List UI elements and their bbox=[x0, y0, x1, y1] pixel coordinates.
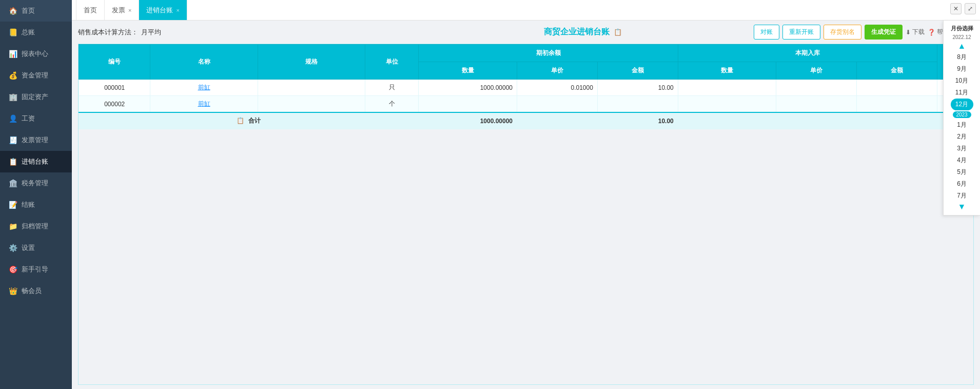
sidebar-item-guide[interactable]: 🎯 新手引导 bbox=[0, 259, 72, 280]
total-qichu-danjia bbox=[517, 112, 598, 129]
col-qichu-group: 期初余额 bbox=[419, 45, 678, 62]
tax-icon: 🏛️ bbox=[8, 179, 17, 187]
sidebar-item-tax[interactable]: 🏛️ 税务管理 bbox=[0, 172, 72, 194]
tab-jinxiao-label: 进销台账 bbox=[146, 6, 173, 15]
cell-bianhao: 000001 bbox=[79, 80, 150, 96]
window-maximize-button[interactable]: ⤢ bbox=[965, 3, 976, 14]
total-label: 📋 合计 bbox=[79, 112, 419, 129]
sidebar-item-label: 发票管理 bbox=[22, 135, 48, 145]
month-item-1[interactable]: 1月 bbox=[944, 119, 980, 131]
sidebar-item-label: 新手引导 bbox=[22, 265, 48, 274]
month-nav-down[interactable]: ▼ bbox=[958, 202, 966, 212]
total-benly-danjia bbox=[776, 112, 857, 129]
sidebar-item-fixed-assets[interactable]: 🏢 固定资产 bbox=[0, 86, 72, 108]
cell-danwei: 只 bbox=[365, 80, 419, 96]
year-badge-2023: 2023 bbox=[953, 111, 971, 118]
total-qichu-jine: 10.00 bbox=[597, 112, 678, 129]
toolbar: 销售成本计算方法： 月平均 商贸企业进销台账 📋 对账 重新开账 存货别名 生成… bbox=[78, 25, 974, 40]
sidebar-item-jinxiao[interactable]: 📋 进销台账 bbox=[0, 151, 72, 172]
sidebar-item-closing[interactable]: 📝 结账 bbox=[0, 194, 72, 216]
sidebar-item-label: 税务管理 bbox=[22, 179, 48, 188]
tab-invoice-close[interactable]: × bbox=[128, 7, 131, 13]
sidebar-item-home[interactable]: 🏠 首页 bbox=[0, 0, 72, 22]
sidebar-item-label: 结账 bbox=[22, 200, 35, 209]
sidebar-item-label: 畅会员 bbox=[22, 286, 42, 296]
main-area: 首页 发票 × 进销台账 × ✕ ⤢ 销售成本计算方法： 月平均 商贸企业进销台… bbox=[72, 0, 980, 389]
toolbar-left: 销售成本计算方法： 月平均 bbox=[78, 28, 412, 37]
tab-jinxiao-close[interactable]: × bbox=[176, 7, 179, 13]
chongxin-button[interactable]: 重新开账 bbox=[782, 25, 820, 40]
month-item-2[interactable]: 2月 bbox=[944, 131, 980, 143]
sidebar-item-invoice-mgmt[interactable]: 🧾 发票管理 bbox=[0, 129, 72, 151]
month-item-8[interactable]: 8月 bbox=[944, 51, 980, 63]
col-qichu-danjia: 单价 bbox=[517, 62, 598, 80]
sidebar-item-label: 归档管理 bbox=[22, 222, 48, 231]
cell-qichu-danjia: 0.01000 bbox=[517, 80, 598, 96]
archive-icon: 📁 bbox=[8, 222, 17, 230]
month-item-11[interactable]: 11月 bbox=[944, 87, 980, 99]
cell-qichu-jine: 10.00 bbox=[597, 80, 678, 96]
col-qichu-jine: 金额 bbox=[597, 62, 678, 80]
guide-icon: 🎯 bbox=[8, 265, 17, 274]
person-icon: 👤 bbox=[8, 114, 17, 123]
sidebar-item-label: 总账 bbox=[22, 28, 35, 37]
gear-icon: ⚙️ bbox=[8, 244, 17, 252]
main-content: 销售成本计算方法： 月平均 商贸企业进销台账 📋 对账 重新开账 存货别名 生成… bbox=[72, 21, 980, 389]
sidebar-item-settings[interactable]: ⚙️ 设置 bbox=[0, 237, 72, 259]
home-icon: 🏠 bbox=[8, 7, 17, 15]
col-qichu-shuliang: 数量 bbox=[419, 62, 517, 80]
download-button[interactable]: ⬇ 下载 bbox=[906, 28, 925, 36]
sidebar-item-report[interactable]: 📊 报表中心 bbox=[0, 43, 72, 65]
col-benly-danjia: 单价 bbox=[776, 62, 857, 80]
sidebar-item-salary[interactable]: 👤 工资 bbox=[0, 108, 72, 129]
invoice-icon: 🧾 bbox=[8, 136, 17, 144]
cell-guige bbox=[258, 80, 365, 96]
month-item-6[interactable]: 6月 bbox=[944, 178, 980, 190]
sidebar: 🏠 首页 📒 总账 📊 报表中心 💰 资金管理 🏢 固定资产 👤 工资 🧾 发票… bbox=[0, 0, 72, 389]
cell-bianhao: 000002 bbox=[79, 96, 150, 113]
month-item-10[interactable]: 10月 bbox=[944, 75, 980, 87]
month-item-3[interactable]: 3月 bbox=[944, 143, 980, 154]
month-panel-title: 月份选择 bbox=[951, 24, 973, 34]
sidebar-item-archive[interactable]: 📁 归档管理 bbox=[0, 216, 72, 237]
month-nav-up[interactable]: ▲ bbox=[958, 41, 966, 51]
month-item-9[interactable]: 9月 bbox=[944, 63, 980, 75]
sidebar-item-zonzhang[interactable]: 📒 总账 bbox=[0, 22, 72, 43]
duizhang-button[interactable]: 对账 bbox=[754, 25, 779, 40]
sidebar-item-label: 进销台账 bbox=[22, 157, 48, 166]
title-info-icon: 📋 bbox=[614, 28, 622, 36]
report-icon: 📊 bbox=[8, 50, 17, 58]
cell-danwei: 个 bbox=[365, 96, 419, 113]
col-bianhao: 编号 bbox=[79, 45, 150, 80]
shengcheng-button[interactable]: 生成凭证 bbox=[865, 25, 903, 40]
sidebar-item-label: 资金管理 bbox=[22, 71, 48, 80]
month-item-4[interactable]: 4月 bbox=[944, 154, 980, 166]
toolbar-right: 对账 重新开账 存货别名 生成凭证 ⬇ 下载 ❓ 帮助 🔄 刷新 bbox=[754, 25, 974, 40]
cost-method-value: 月平均 bbox=[141, 28, 161, 37]
col-benly-group: 本期入库 bbox=[678, 45, 937, 62]
month-item-7[interactable]: 7月 bbox=[944, 190, 980, 202]
funds-icon: 💰 bbox=[8, 71, 17, 80]
table-total-row: 📋 合计 1000.00000 10.00 bbox=[79, 112, 973, 129]
col-danwei: 单位 bbox=[365, 45, 419, 80]
tab-invoice[interactable]: 发票 × bbox=[105, 0, 139, 20]
closing-icon: 📝 bbox=[8, 201, 17, 209]
ledger-icon: 📒 bbox=[8, 28, 17, 36]
sidebar-item-member[interactable]: 👑 畅会员 bbox=[0, 280, 72, 302]
cost-method-label: 销售成本计算方法： bbox=[78, 28, 138, 37]
cell-qichu-shuliang: 1000.00000 bbox=[419, 80, 517, 96]
building-icon: 🏢 bbox=[8, 93, 17, 101]
tab-home[interactable]: 首页 bbox=[76, 0, 105, 20]
tab-invoice-label: 发票 bbox=[112, 6, 125, 15]
cuncao-button[interactable]: 存货别名 bbox=[824, 25, 861, 40]
sidebar-item-label: 工资 bbox=[22, 114, 35, 123]
cell-benly-danjia bbox=[776, 80, 857, 96]
cell-mingcheng: 前缸 bbox=[150, 96, 258, 113]
tab-jinxiao[interactable]: 进销台账 × bbox=[139, 0, 187, 20]
col-guige: 规格 bbox=[258, 45, 365, 80]
month-item-12[interactable]: 12月 bbox=[951, 99, 973, 110]
cell-benly-jine bbox=[857, 80, 937, 96]
sidebar-item-funds[interactable]: 💰 资金管理 bbox=[0, 65, 72, 86]
month-item-5[interactable]: 5月 bbox=[944, 166, 980, 178]
window-close-button[interactable]: ✕ bbox=[950, 3, 962, 14]
